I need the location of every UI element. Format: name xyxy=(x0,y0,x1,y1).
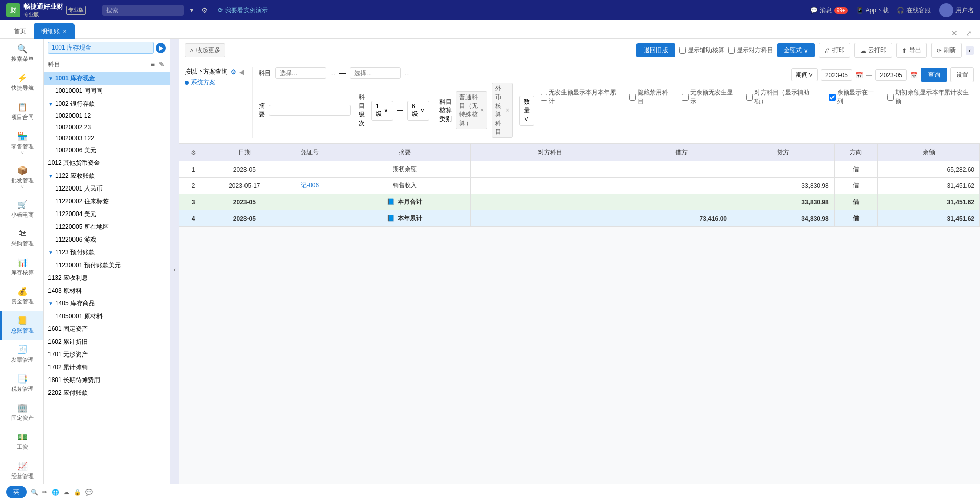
tab-detail-ledger[interactable]: 明细账 ✕ xyxy=(34,23,75,39)
voucher-link[interactable]: 记-006 xyxy=(301,182,319,189)
close-panel-btn[interactable]: ✕ xyxy=(949,28,960,38)
cb-opposite[interactable]: 对方科目（显示辅助项） xyxy=(746,88,821,106)
subject-to-input[interactable] xyxy=(350,67,401,79)
tree-node-10020003[interactable]: 10020003 122 xyxy=(44,133,170,144)
table-area: ⚙ 日期 凭证号 摘要 对方科目 借方 贷方 方向 余额 xyxy=(179,144,980,500)
lang-btn[interactable]: 英 xyxy=(6,486,27,498)
tree-edit-icon[interactable]: ✎ xyxy=(158,59,166,69)
bottom-edit-icon[interactable]: ✏ xyxy=(42,489,47,496)
tree-node-11220004[interactable]: 11220004 美元 xyxy=(44,208,170,221)
tree-node-1801[interactable]: 1801 长期待摊费用 xyxy=(44,374,170,387)
cb-balance-one-col[interactable]: 余额显示在一列 xyxy=(829,88,879,106)
sidebar-item-salary[interactable]: 💵 工资 xyxy=(0,427,43,456)
tree-node-1123[interactable]: ▼ 1123 预付账款 xyxy=(44,246,170,259)
message-btn[interactable]: 💬 消息 99+ xyxy=(810,6,848,15)
tree-node-2202[interactable]: 2202 应付账款 xyxy=(44,387,170,399)
sidebar-item-ledger[interactable]: 📒 总账管理 xyxy=(0,311,43,340)
tree-node-10020006[interactable]: 10020006 美元 xyxy=(44,144,170,157)
tree-node-1405[interactable]: ▼ 1405 库存商品 xyxy=(44,297,170,310)
level-from-select[interactable]: 1级 ∨ xyxy=(371,101,393,121)
return-old-btn[interactable]: 退回旧版 xyxy=(636,43,675,57)
bottom-chat-icon[interactable]: 💬 xyxy=(85,489,93,496)
tree-list-icon[interactable]: ≡ xyxy=(150,59,156,69)
tree-node-11220002[interactable]: 11220002 往来标签 xyxy=(44,195,170,208)
tree-node-1002[interactable]: ▼ 1002 银行存款 xyxy=(44,98,170,110)
tree-node-1122[interactable]: ▼ 1122 应收账款 xyxy=(44,170,170,182)
scheme-collapse-icon[interactable]: ◀ xyxy=(239,68,244,76)
online-service-btn[interactable]: 🎧 在线客服 xyxy=(897,6,931,15)
bottom-search-icon[interactable]: 🔍 xyxy=(31,489,38,496)
top-search-input[interactable] xyxy=(102,5,184,16)
type-chip-1-close[interactable]: × xyxy=(480,107,484,114)
tree-node-11220001[interactable]: 11220001 人民币 xyxy=(44,182,170,195)
period-to-input[interactable]: 2023-05 xyxy=(875,69,907,81)
show-helper-checkbox[interactable]: 显示辅助核算 xyxy=(679,46,724,55)
tree-node-10010001[interactable]: 10010001 同同同 xyxy=(44,85,170,98)
cloud-print-btn[interactable]: ☁ 云打印 xyxy=(854,43,892,58)
summary-input[interactable] xyxy=(269,105,351,116)
tree-node-1702[interactable]: 1702 累计摊销 xyxy=(44,361,170,374)
period-type-select[interactable]: 期间∨ xyxy=(791,68,818,81)
cb-opening[interactable]: 期初余额显示本年累计发生额 xyxy=(887,88,974,106)
tab-home[interactable]: 首页 xyxy=(6,23,34,39)
collapse-filter-btn[interactable]: ∧ 收起更多 xyxy=(185,43,225,57)
tree-node-1701[interactable]: 1701 无形资产 xyxy=(44,348,170,361)
tree-node-10020002[interactable]: 10020002 23 xyxy=(44,122,170,133)
tree-node-11220005[interactable]: 11220005 所在地区 xyxy=(44,221,170,233)
sidebar-item-project[interactable]: 📋 项目合同 xyxy=(0,97,43,126)
sidebar-item-tax[interactable]: 📑 税务管理 xyxy=(0,369,43,398)
refresh-btn[interactable]: ⟳ 刷新 xyxy=(931,43,962,58)
right-collapse-btn[interactable]: ‹ xyxy=(966,46,974,55)
sidebar-item-nav[interactable]: ⚡ 快捷导航 xyxy=(0,68,43,97)
cb-no-balance2[interactable]: 无余额无发生显示 xyxy=(682,88,738,106)
set-btn[interactable]: 设置 xyxy=(950,67,974,82)
scheme-settings-icon[interactable]: ⚙ xyxy=(231,68,236,76)
subject-from-input[interactable] xyxy=(275,67,326,79)
sidebar-item-invoice[interactable]: 🧾 发票管理 xyxy=(0,340,43,369)
cb-hide-disabled[interactable]: 隐藏禁用科目 xyxy=(629,88,674,106)
tree-node-10020001[interactable]: 10020001 12 xyxy=(44,110,170,122)
scheme-item[interactable]: 系统方案 xyxy=(185,78,246,87)
tree-node-11220006[interactable]: 11220006 游戏 xyxy=(44,233,170,246)
sidebar-item-ecommerce[interactable]: 🛒 小畅电商 xyxy=(0,195,43,224)
app-download-btn[interactable]: 📱 App下载 xyxy=(856,6,889,15)
sidebar-item-finance[interactable]: 💰 资金管理 xyxy=(0,281,43,311)
settings-icon[interactable]: ⚙ xyxy=(201,6,208,14)
amount-style-btn[interactable]: 金额式 ∨ xyxy=(777,43,815,57)
type-chip-2-close[interactable]: × xyxy=(506,107,509,114)
bottom-web-icon[interactable]: 🌐 xyxy=(52,489,59,496)
sidebar-item-assets[interactable]: 🏢 固定资产 xyxy=(0,398,43,427)
bottom-lock-icon[interactable]: 🔒 xyxy=(74,489,81,496)
tree-nav-btn[interactable]: ▶ xyxy=(156,43,166,53)
sidebar-item-search[interactable]: 🔍 搜索菜单 xyxy=(0,39,43,68)
search-dropdown-icon[interactable]: ▼ xyxy=(189,7,195,14)
show-subject-checkbox[interactable]: 显示对方科目 xyxy=(728,46,773,55)
tree-node-1132[interactable]: 1132 应收利息 xyxy=(44,272,170,284)
cb-no-balance[interactable]: 无发生额显示本月本年累计 xyxy=(541,88,621,106)
demo-button[interactable]: ⟳ 我要看实例演示 xyxy=(218,6,268,15)
query-btn[interactable]: 查询 xyxy=(921,68,947,82)
user-avatar[interactable]: 用户名 xyxy=(939,3,974,17)
tree-node-1012[interactable]: 1012 其他货币资金 xyxy=(44,157,170,170)
level-to-select[interactable]: 6级 ∨ xyxy=(407,101,429,121)
sidebar-item-inventory[interactable]: 📊 库存核算 xyxy=(0,252,43,281)
tree-node-1403[interactable]: 1403 原材料 xyxy=(44,284,170,297)
sidebar-item-operations[interactable]: 📈 经营管理 xyxy=(0,456,43,485)
print-btn[interactable]: 🖨 打印 xyxy=(819,43,850,58)
qty-select[interactable]: 数量∨ xyxy=(519,96,534,126)
maximize-panel-btn[interactable]: ⤢ xyxy=(964,28,974,38)
tree-node-1601[interactable]: 1601 固定资产 xyxy=(44,323,170,336)
period-from-input[interactable]: 2023-05 xyxy=(821,69,852,81)
table-settings-icon[interactable]: ⚙ xyxy=(191,149,197,156)
bottom-cloud-icon[interactable]: ☁ xyxy=(63,489,69,496)
tree-node-11230001[interactable]: 11230001 预付账款美元 xyxy=(44,259,170,272)
sidebar-item-wholesale[interactable]: 📦 批发管理 ∨ xyxy=(0,160,43,195)
tab-close-icon[interactable]: ✕ xyxy=(63,29,67,34)
tree-node-1001[interactable]: ▼ 1001 库存现金 xyxy=(44,72,170,85)
sidebar-item-purchase[interactable]: 🛍 采购管理 xyxy=(0,224,43,252)
collapse-side-btn[interactable]: ‹ xyxy=(170,39,179,500)
export-btn[interactable]: ⬆ 导出 xyxy=(896,43,927,58)
sidebar-item-retail[interactable]: 🏪 零售管理 ∨ xyxy=(0,126,43,160)
tree-node-14050001[interactable]: 14050001 原材料 xyxy=(44,310,170,323)
tree-node-1602[interactable]: 1602 累计折旧 xyxy=(44,336,170,348)
